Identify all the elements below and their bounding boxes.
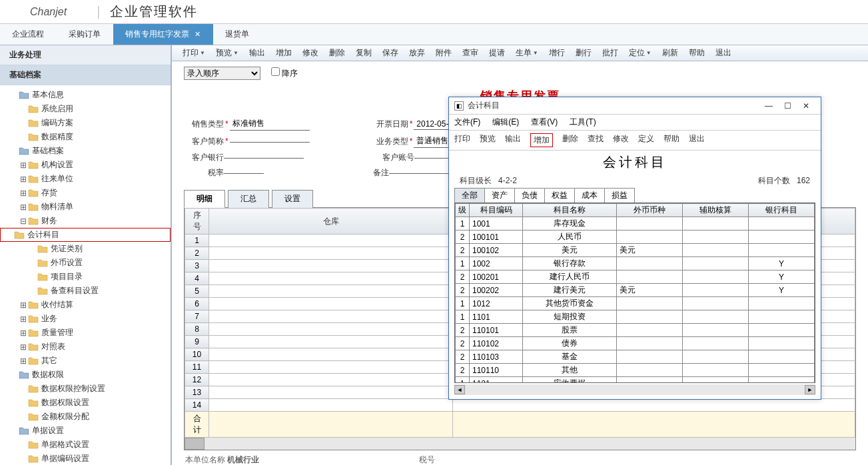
- popup-tool-打印[interactable]: 打印: [454, 133, 470, 147]
- detail-tab-设置[interactable]: 设置: [272, 190, 313, 208]
- tree-item-21[interactable]: 数据权限控制设置: [0, 382, 171, 396]
- expand-icon[interactable]: ⊞: [19, 342, 28, 352]
- expand-icon[interactable]: ⊞: [19, 300, 28, 310]
- maximize-button[interactable]: ☐: [778, 99, 797, 113]
- expand-icon[interactable]: ⊞: [19, 314, 28, 324]
- tree-item-1[interactable]: 系统启用: [0, 102, 171, 116]
- tree-item-20[interactable]: 数据权限: [0, 368, 171, 382]
- account-row[interactable]: 2100201建行人民币Y: [456, 270, 815, 284]
- account-row[interactable]: 2110110其他: [456, 364, 815, 377]
- minimize-button[interactable]: —: [759, 99, 778, 113]
- tree-item-14[interactable]: 备查科目设置: [0, 284, 171, 298]
- tree-item-3[interactable]: 数据精度: [0, 130, 171, 144]
- tree-item-25[interactable]: 单据格式设置: [0, 438, 171, 452]
- toolbar-批打[interactable]: 批打: [598, 45, 622, 61]
- sidebar-section-0[interactable]: 业务处理: [0, 45, 171, 65]
- tree-item-9[interactable]: ⊟财务: [0, 214, 171, 228]
- tree-item-0[interactable]: 基本信息: [0, 88, 171, 102]
- expand-icon[interactable]: ⊞: [19, 189, 28, 198]
- account-row[interactable]: 2100202建行美元美元Y: [456, 284, 815, 297]
- desc-checkbox[interactable]: [271, 67, 280, 76]
- tree-item-12[interactable]: 外币设置: [0, 256, 171, 270]
- toolbar-增加[interactable]: 增加: [272, 45, 296, 61]
- popup-menu-3[interactable]: 工具(T): [570, 117, 596, 128]
- expand-icon[interactable]: ⊞: [19, 203, 28, 212]
- popup-tool-修改[interactable]: 修改: [613, 133, 629, 147]
- toolbar-附件[interactable]: 附件: [432, 45, 456, 61]
- popup-tool-输出[interactable]: 输出: [505, 133, 521, 147]
- toolbar-删除[interactable]: 删除: [325, 45, 349, 61]
- popup-menu-0[interactable]: 文件(F): [454, 117, 480, 128]
- account-row[interactable]: 2100101人民币: [456, 231, 815, 244]
- detail-tab-汇总[interactable]: 汇总: [228, 190, 269, 208]
- account-row[interactable]: 11002银行存款Y: [456, 257, 815, 270]
- tree-item-2[interactable]: 编码方案: [0, 116, 171, 130]
- tree-item-13[interactable]: 项目目录: [0, 270, 171, 284]
- toolbar-保存[interactable]: 保存: [378, 45, 402, 61]
- close-tab-icon[interactable]: ✕: [195, 30, 201, 39]
- popup-hscrollbar[interactable]: ◄ ►: [454, 384, 815, 395]
- account-row[interactable]: 11012其他货币资金: [456, 297, 815, 310]
- popup-cat-负债[interactable]: 负债: [514, 188, 545, 203]
- toolbar-复制[interactable]: 复制: [352, 45, 376, 61]
- account-row[interactable]: 11001库存现金: [456, 217, 815, 231]
- order-select[interactable]: 录入顺序: [184, 67, 260, 80]
- tree-item-24[interactable]: 单据设置: [0, 424, 171, 438]
- tree-item-6[interactable]: ⊞往来单位: [0, 172, 171, 186]
- popup-menu-2[interactable]: 查看(V): [531, 117, 558, 128]
- popup-cat-全部[interactable]: 全部: [454, 188, 485, 203]
- popup-tool-预览[interactable]: 预览: [480, 133, 496, 147]
- tree-item-17[interactable]: ⊞质量管理: [0, 326, 171, 340]
- tree-item-19[interactable]: ⊞其它: [0, 354, 171, 368]
- popup-cat-权益[interactable]: 权益: [544, 188, 575, 203]
- toolbar-提请[interactable]: 提请: [485, 45, 509, 61]
- toolbar-增行[interactable]: 增行: [545, 45, 569, 61]
- desc-checkbox-label[interactable]: 降序: [267, 67, 298, 79]
- toolbar-查审[interactable]: 查审: [458, 45, 482, 61]
- scroll-right-icon[interactable]: ►: [805, 385, 815, 394]
- popup-menu-1[interactable]: 编辑(E): [492, 117, 519, 128]
- expand-icon[interactable]: ⊞: [19, 328, 28, 338]
- customer-abbr-field[interactable]: [230, 141, 310, 143]
- toolbar-退出[interactable]: 退出: [711, 45, 735, 61]
- scroll-left-icon[interactable]: ◄: [454, 385, 465, 394]
- expand-icon[interactable]: ⊞: [19, 161, 28, 170]
- toolbar-帮助[interactable]: 帮助: [685, 45, 709, 61]
- account-row[interactable]: 2110103基金: [456, 350, 815, 364]
- tree-item-16[interactable]: ⊞业务: [0, 312, 171, 326]
- popup-tool-帮助[interactable]: 帮助: [663, 133, 679, 147]
- tree-item-26[interactable]: 单据编码设置: [0, 452, 171, 465]
- tree-item-5[interactable]: ⊞机构设置: [0, 158, 171, 172]
- toolbar-删行[interactable]: 删行: [572, 45, 596, 61]
- popup-tool-查找[interactable]: 查找: [588, 133, 604, 147]
- popup-tool-退出[interactable]: 退出: [689, 133, 705, 147]
- close-button[interactable]: ✕: [797, 99, 815, 113]
- tree-item-8[interactable]: ⊞物料清单: [0, 200, 171, 214]
- customer-bank-field[interactable]: [224, 157, 304, 159]
- detail-tab-明细[interactable]: 明细: [184, 190, 225, 208]
- popup-titlebar[interactable]: ◧ 会计科目 — ☐ ✕: [449, 97, 821, 115]
- account-row[interactable]: 2110101股票: [456, 324, 815, 337]
- doc-tab-0[interactable]: 企业流程: [0, 24, 57, 45]
- expand-icon[interactable]: ⊟: [19, 217, 28, 226]
- tree-item-7[interactable]: ⊞存货: [0, 186, 171, 200]
- doc-tab-1[interactable]: 采购订单: [57, 24, 113, 45]
- tree-item-4[interactable]: 基础档案: [0, 144, 171, 158]
- tree-item-23[interactable]: 金额权限分配: [0, 410, 171, 424]
- tree-item-22[interactable]: 数据权限设置: [0, 396, 171, 410]
- toolbar-放弃[interactable]: 放弃: [405, 45, 429, 61]
- toolbar-修改[interactable]: 修改: [298, 45, 322, 61]
- expand-icon[interactable]: ⊞: [19, 175, 28, 184]
- toolbar-预览[interactable]: 预览▼: [212, 45, 242, 61]
- account-row[interactable]: 11101短期投资: [456, 310, 815, 324]
- sidebar-section-1[interactable]: 基础档案: [0, 65, 171, 85]
- toolbar-生单[interactable]: 生单▼: [512, 45, 542, 61]
- account-row[interactable]: 2110102债券: [456, 337, 815, 350]
- grid-hscrollbar[interactable]: [185, 438, 855, 450]
- popup-cat-损益[interactable]: 损益: [604, 188, 635, 203]
- tree-item-18[interactable]: ⊞对照表: [0, 340, 171, 354]
- doc-tab-3[interactable]: 退货单: [213, 24, 262, 45]
- popup-cat-成本[interactable]: 成本: [574, 188, 605, 203]
- toolbar-刷新[interactable]: 刷新: [658, 45, 682, 61]
- account-row[interactable]: 2100102美元美元: [456, 244, 815, 257]
